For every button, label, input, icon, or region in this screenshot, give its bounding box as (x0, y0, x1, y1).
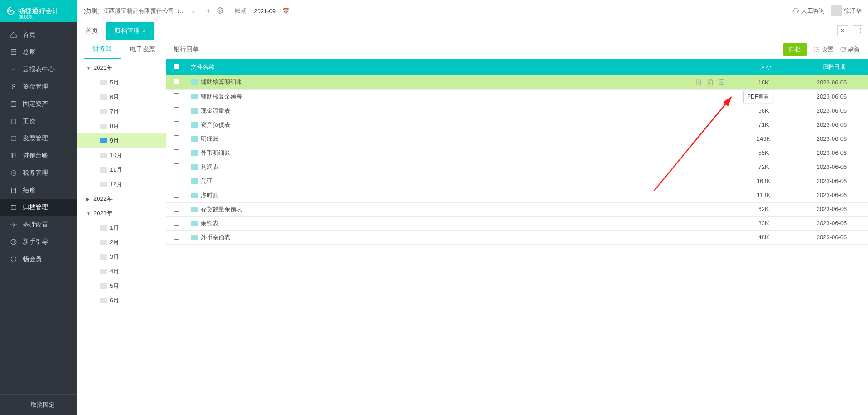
row-checkbox[interactable] (174, 220, 179, 226)
pdf-view-icon[interactable] (718, 79, 725, 86)
row-checkbox[interactable] (174, 163, 179, 169)
row-checkbox[interactable] (174, 234, 179, 240)
brand-edition: 旗舰版 (19, 14, 33, 20)
close-button[interactable]: ✕ (837, 25, 848, 36)
archive-button[interactable]: 归档 (783, 43, 807, 56)
settings-action[interactable]: 设置 (813, 45, 833, 54)
file-icon (191, 207, 198, 212)
refresh-action[interactable]: 刷新 (840, 45, 860, 54)
tree-month[interactable]: 1月 (77, 221, 166, 235)
section-tab-0[interactable]: 财务账 (84, 40, 121, 59)
download-icon[interactable] (706, 79, 714, 86)
table-row[interactable]: 外币余额表48K2023-06-06 (166, 230, 868, 244)
fullscreen-button[interactable]: ⛶ (853, 25, 863, 36)
folder-icon (100, 182, 107, 187)
nav-icon (10, 256, 17, 263)
table-row[interactable]: 凭证163K2023-06-06 (166, 174, 868, 188)
table-row[interactable]: 利润表72K2023-06-06 (166, 160, 868, 174)
tree-month[interactable]: 3月 (77, 250, 166, 264)
file-name: 现金流量表 (201, 107, 230, 114)
sidebar-item-4[interactable]: 固定资产 (0, 95, 77, 113)
sidebar-item-13[interactable]: 畅会员 (0, 251, 77, 268)
file-icon (191, 94, 198, 99)
row-checkbox[interactable] (174, 192, 179, 198)
tree-month[interactable]: 7月 (77, 104, 166, 119)
file-date: 2023-06-06 (795, 188, 868, 202)
table-row[interactable]: 辅助核算明细账16K2023-06-06 (166, 75, 868, 89)
tree-month[interactable]: 11月 (77, 163, 166, 177)
row-checkbox[interactable] (174, 149, 179, 155)
tree-month[interactable]: 12月 (77, 177, 166, 192)
sidebar-item-2[interactable]: 云报表中心 (0, 61, 77, 78)
user-menu[interactable]: 徐泽华 (831, 5, 862, 16)
table-row[interactable]: 外币明细账55K2023-06-06 (166, 146, 868, 160)
sidebar-item-label: 工资 (23, 117, 35, 125)
table-row[interactable]: 资产负债表71K2023-06-06 (166, 118, 868, 132)
tree-year[interactable]: ▼2021年 (77, 61, 166, 75)
sidebar-item-3[interactable]: 资金管理 (0, 78, 77, 95)
section-tab-1[interactable]: 电子发票 (121, 40, 164, 59)
add-icon[interactable]: ＋ (205, 6, 212, 16)
table-row[interactable]: 余额表83K2023-06-06 (166, 216, 868, 230)
file-name: 辅助核算余额表 (201, 93, 242, 100)
sidebar-item-0[interactable]: 首页 (0, 26, 77, 44)
row-checkbox[interactable] (174, 107, 179, 113)
year-month-tree: ▼2021年5月6月7月8月9月10月11月12月▶2022年▼2023年1月2… (77, 59, 166, 415)
calendar-icon[interactable]: 📅 (282, 8, 289, 15)
nav-icon (10, 100, 17, 108)
chevron-down-icon[interactable]: ⌄ (191, 8, 196, 14)
tree-month[interactable]: 5月 (77, 279, 166, 293)
table-row[interactable]: 存货数量余额表62K2023-06-06 (166, 202, 868, 216)
row-checkbox[interactable] (174, 79, 179, 84)
period-value[interactable]: 2021-09 (254, 8, 276, 15)
tree-month[interactable]: 4月 (77, 264, 166, 279)
company-selector[interactable]: (勿删）江西服宝精品有限责任公司（... (84, 7, 185, 15)
gear-icon[interactable] (217, 7, 224, 15)
folder-icon (100, 254, 107, 260)
sidebar-item-6[interactable]: 发票管理 (0, 130, 77, 147)
sidebar-item-12[interactable]: 新手引导 (0, 233, 77, 251)
tab-close-icon[interactable]: × (143, 28, 146, 34)
sidebar-item-8[interactable]: 税务管理 (0, 164, 77, 182)
row-checkbox[interactable] (174, 135, 179, 141)
file-date: 2023-06-06 (795, 202, 868, 216)
tree-month[interactable]: 9月 (77, 133, 166, 148)
tree-year[interactable]: ▼2023年 (77, 206, 166, 221)
sidebar-item-label: 结账 (23, 186, 35, 194)
row-checkbox[interactable] (174, 206, 179, 212)
sidebar-item-5[interactable]: 工资 (0, 113, 77, 130)
sidebar-item-1[interactable]: 总账 (0, 44, 77, 61)
sidebar-item-label: 基础设置 (23, 221, 48, 229)
file-icon (191, 122, 198, 128)
service-link[interactable]: 人工咨询 (792, 7, 825, 15)
page-tab-0[interactable]: 首页 (77, 22, 106, 40)
table-row[interactable]: 辅助核算余额表81K2023-06-06 (166, 89, 868, 104)
tree-year[interactable]: ▶2022年 (77, 192, 166, 206)
tree-month[interactable]: 5月 (77, 75, 166, 90)
row-checkbox[interactable] (174, 121, 179, 127)
section-tab-2[interactable]: 银行回单 (164, 40, 208, 59)
tree-month[interactable]: 6月 (77, 293, 166, 308)
export-icon[interactable] (694, 79, 702, 86)
page-tab-1[interactable]: 归档管理× (106, 22, 154, 40)
svg-point-0 (12, 84, 15, 87)
workspace: ▼2021年5月6月7月8月9月10月11月12月▶2022年▼2023年1月2… (77, 59, 868, 415)
sidebar-item-10[interactable]: 归档管理 (0, 199, 77, 216)
sidebar-collapse[interactable]: ↔ 取消固定 (0, 394, 77, 415)
sidebar-item-11[interactable]: 基础设置 (0, 216, 77, 233)
table-row[interactable]: 明细账246K2023-06-06 (166, 132, 868, 146)
tree-month[interactable]: 10月 (77, 148, 166, 163)
tree-month[interactable]: 8月 (77, 119, 166, 133)
tree-month[interactable]: 6月 (77, 90, 166, 104)
sidebar-item-9[interactable]: 结账 (0, 182, 77, 199)
month-label: 5月 (110, 79, 119, 87)
file-size: 163K (732, 174, 795, 188)
sidebar-item-7[interactable]: 进销台账 (0, 147, 77, 164)
folder-icon (100, 80, 107, 85)
row-checkbox[interactable] (174, 178, 179, 183)
row-checkbox[interactable] (174, 93, 179, 99)
table-row[interactable]: 现金流量表66K2023-06-06 (166, 104, 868, 118)
header-checkbox[interactable] (166, 59, 186, 75)
tree-month[interactable]: 2月 (77, 235, 166, 250)
table-row[interactable]: 序时账113K2023-06-06 (166, 188, 868, 202)
